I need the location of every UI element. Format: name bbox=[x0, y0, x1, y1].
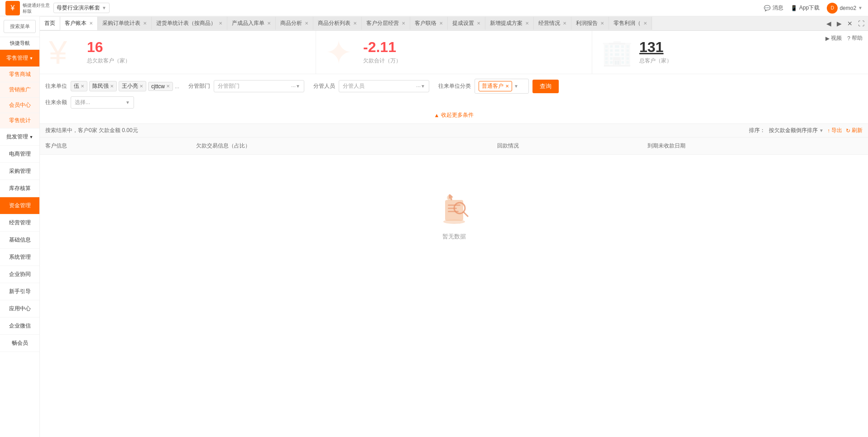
tab-customer-account-close[interactable]: ✕ bbox=[89, 21, 93, 26]
user-menu[interactable]: D demo2 ▼ bbox=[827, 3, 863, 14]
sidebar-item-wholesale[interactable]: 批发管理 ▼ bbox=[0, 128, 39, 146]
tab-area: 首页 客户账本 ✕ 采购订单统计表 ✕ 进货单统计表（按商品） ✕ 产成品入库单… bbox=[40, 16, 868, 437]
category-tag-close[interactable]: ✕ bbox=[505, 84, 509, 89]
tab-retail-profit-label: 零售利润（ bbox=[614, 19, 641, 27]
sidebar-item-guide[interactable]: 新手引导 bbox=[0, 283, 39, 300]
category-select[interactable]: 普通客户 ✕ ▼ bbox=[475, 79, 529, 94]
tab-finished-goods[interactable]: 产成品入库单 ✕ bbox=[227, 17, 276, 30]
collapse-button[interactable]: ▲ 收起更多条件 bbox=[45, 111, 863, 119]
tab-purchase-order-close[interactable]: ✕ bbox=[143, 21, 147, 26]
tag-cj-close[interactable]: ✕ bbox=[166, 84, 170, 89]
sidebar-item-retail-mall[interactable]: 零售商城 bbox=[0, 67, 39, 82]
tab-customer-contact[interactable]: 客户联络 ✕ bbox=[410, 17, 448, 30]
svg-line-6 bbox=[464, 212, 468, 216]
help-label: 帮助 bbox=[852, 34, 863, 42]
tab-home[interactable]: 首页 bbox=[40, 17, 60, 30]
tab-goods-analysis-label: 商品分析 bbox=[280, 19, 302, 27]
sidebar-item-operation[interactable]: 经营管理 bbox=[0, 214, 39, 232]
tab-customer-account-label: 客户账本 bbox=[65, 19, 86, 27]
tag-wang-close[interactable]: ✕ bbox=[139, 84, 143, 89]
tab-finished-goods-close[interactable]: ✕ bbox=[267, 21, 271, 26]
tab-prev-button[interactable]: ◀ bbox=[825, 19, 833, 28]
tab-retail-profit[interactable]: 零售利润（ ✕ bbox=[609, 17, 652, 30]
sidebar-item-vip[interactable]: 畅会员 bbox=[0, 335, 39, 352]
tab-close-all-button[interactable]: ✕ bbox=[845, 19, 854, 28]
export-button[interactable]: ↑ 导出 bbox=[827, 127, 842, 134]
sidebar-item-purchase[interactable]: 采购管理 bbox=[0, 163, 39, 180]
tab-operation[interactable]: 经营情况 ✕ bbox=[534, 17, 571, 30]
query-button[interactable]: 查询 bbox=[532, 80, 559, 93]
more-tags-button[interactable]: ... bbox=[175, 83, 179, 90]
stat-value-1: 16 bbox=[87, 40, 130, 54]
tab-customer-tier-close[interactable]: ✕ bbox=[402, 21, 405, 26]
tab-customer-tier-label: 客户分层经营 bbox=[366, 19, 399, 27]
quick-nav-button[interactable]: 快捷导航 bbox=[0, 37, 39, 50]
app-download-button[interactable]: 📱 App下载 bbox=[791, 4, 820, 12]
stat-all-customers: ▶ 视频 ? 帮助 🏢 131 总客户（家） bbox=[592, 31, 868, 74]
remainder-select[interactable]: 选择... ▼ bbox=[71, 96, 134, 109]
remainder-label: 往来余额 bbox=[45, 99, 67, 106]
tab-goods-analysis-list[interactable]: 商品分析列表 ✕ bbox=[313, 17, 362, 30]
sidebar-item-marketing[interactable]: 营销推广 bbox=[0, 82, 39, 98]
tag-chen-close[interactable]: ✕ bbox=[110, 84, 114, 89]
tab-profit-close[interactable]: ✕ bbox=[600, 21, 604, 26]
dept-select[interactable]: 分管部门 ··· ▼ bbox=[214, 80, 304, 92]
data-table: 客户信息 欠款交易信息（占比） 回款情况 到期未收款日期 bbox=[40, 138, 868, 155]
summary-actions: 排序： 按欠款金额倒序排序 ▼ ↑ 导出 ↻ 刷新 bbox=[749, 127, 863, 134]
sidebar-item-app-center[interactable]: 应用中心 bbox=[0, 300, 39, 318]
category-chevron-icon: ▼ bbox=[514, 84, 518, 89]
dept-chevron-icon: ▼ bbox=[296, 84, 300, 89]
sort-select[interactable]: 按欠款金额倒序排序 ▼ bbox=[769, 127, 824, 134]
tab-finished-goods-label: 产成品入库单 bbox=[232, 19, 264, 27]
help-link[interactable]: ? 帮助 bbox=[847, 34, 863, 42]
sidebar-item-enterprise[interactable]: 企业协同 bbox=[0, 266, 39, 283]
tab-retail-profit-close[interactable]: ✕ bbox=[643, 21, 647, 26]
tab-goods-analysis-close[interactable]: ✕ bbox=[305, 21, 308, 26]
tab-commission-close[interactable]: ✕ bbox=[477, 21, 480, 26]
tabs-actions: ◀ ▶ ✕ ⛶ bbox=[823, 19, 868, 28]
tab-next-button[interactable]: ▶ bbox=[835, 19, 844, 28]
search-menu-button[interactable]: 搜索菜单 bbox=[4, 20, 36, 33]
tab-purchase-goods-close[interactable]: ✕ bbox=[219, 21, 222, 26]
demo-select[interactable]: 母婴行业演示帐套 ▼ bbox=[53, 3, 110, 13]
tab-purchase-goods[interactable]: 进货单统计表（按商品） ✕ bbox=[152, 17, 227, 30]
sidebar-item-retail-mgmt[interactable]: 零售管理 ▼ bbox=[0, 50, 39, 67]
sidebar-item-wechat[interactable]: 企业微信 bbox=[0, 318, 39, 335]
sort-chevron-icon: ▼ bbox=[819, 128, 824, 133]
stat-label-2: 欠款合计（万） bbox=[363, 57, 401, 65]
tab-commission-label: 提成设置 bbox=[452, 19, 474, 27]
video-link[interactable]: ▶ 视频 bbox=[825, 34, 842, 42]
logo-text: 畅捷通好生意 标版 bbox=[23, 2, 50, 14]
logo-icon: ¥ bbox=[5, 1, 20, 15]
tab-operation-close[interactable]: ✕ bbox=[563, 21, 566, 26]
sidebar-item-basic-info[interactable]: 基础信息 bbox=[0, 232, 39, 249]
tab-commission[interactable]: 提成设置 ✕ bbox=[448, 17, 485, 30]
tab-new-commission-close[interactable]: ✕ bbox=[525, 21, 529, 26]
tab-purchase-order[interactable]: 采购订单统计表 ✕ bbox=[98, 17, 152, 30]
tab-profit[interactable]: 利润报告 ✕ bbox=[571, 17, 609, 30]
tab-fullscreen-button[interactable]: ⛶ bbox=[856, 19, 866, 28]
sidebar-item-finance[interactable]: 资金管理 bbox=[0, 197, 39, 214]
svg-rect-3 bbox=[448, 208, 457, 209]
tab-customer-tier[interactable]: 客户分层经营 ✕ bbox=[362, 17, 410, 30]
refresh-label: 刷新 bbox=[852, 127, 863, 134]
person-select-label: 分管人员 bbox=[343, 82, 416, 90]
sidebar-item-member[interactable]: 会员中心 bbox=[0, 98, 39, 113]
sidebar-item-system[interactable]: 系统管理 bbox=[0, 249, 39, 266]
refresh-button[interactable]: ↻ 刷新 bbox=[846, 127, 863, 134]
chevron-icon: ▼ bbox=[29, 56, 34, 61]
wholesale-label: 批发管理 bbox=[6, 133, 28, 141]
tab-goods-analysis-list-close[interactable]: ✕ bbox=[353, 21, 357, 26]
sidebar-item-retail-stats[interactable]: 零售统计 bbox=[0, 113, 39, 128]
stat-bg-icon-2: ✦ bbox=[325, 33, 352, 71]
sidebar-item-ecommerce[interactable]: 电商管理 bbox=[0, 146, 39, 163]
tag-wu-close[interactable]: ✕ bbox=[81, 84, 84, 89]
person-more-icon: ··· bbox=[416, 83, 421, 90]
tab-customer-account[interactable]: 客户账本 ✕ bbox=[60, 17, 98, 30]
tab-new-commission[interactable]: 新增提成方案 ✕ bbox=[485, 17, 534, 30]
person-select[interactable]: 分管人员 ··· ▼ bbox=[339, 80, 429, 92]
tab-goods-analysis[interactable]: 商品分析 ✕ bbox=[276, 17, 313, 30]
tab-customer-contact-close[interactable]: ✕ bbox=[439, 21, 443, 26]
message-button[interactable]: 💬 消息 bbox=[764, 4, 783, 12]
sidebar-item-inventory[interactable]: 库存核算 bbox=[0, 180, 39, 197]
